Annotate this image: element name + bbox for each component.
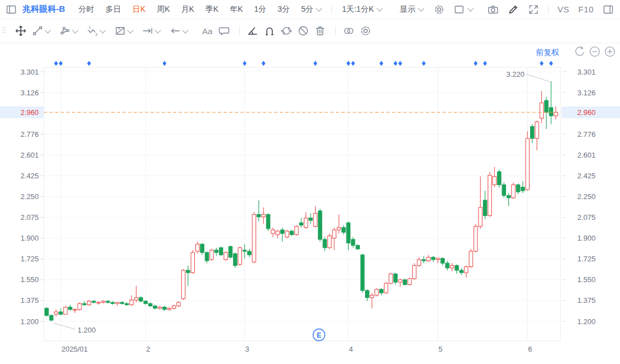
tab-5min[interactable]: 5分 — [301, 4, 321, 15]
panel-right-icon[interactable] — [603, 4, 614, 15]
trend-line-tool-icon[interactable] — [31, 25, 54, 37]
event-e-icon[interactable]: E — [313, 329, 325, 341]
event-diamond-icon[interactable] — [262, 61, 266, 66]
text-tool-icon[interactable]: Aa — [202, 26, 212, 36]
chart-pattern-tool-icon[interactable] — [114, 25, 137, 37]
move-tool-icon[interactable] — [15, 25, 27, 37]
measure-arrow-tool-icon[interactable] — [142, 25, 165, 37]
x-axis-label: 5 — [439, 345, 443, 353]
event-markers[interactable] — [54, 61, 553, 66]
adjustment-mode-label[interactable]: 前复权 — [536, 48, 559, 57]
fullscreen-icon[interactable] — [528, 4, 539, 15]
zoom-in-button[interactable] — [605, 47, 615, 57]
event-diamond-icon[interactable] — [394, 61, 398, 66]
event-diamond-icon[interactable] — [162, 61, 166, 66]
current-price-value: 2.960 — [20, 108, 39, 117]
event-diamond-icon[interactable] — [483, 61, 487, 66]
arrow-tool-icon[interactable] — [169, 25, 192, 37]
candle — [45, 308, 48, 316]
candle — [530, 127, 534, 139]
candle — [191, 252, 194, 273]
drag-handle-icon[interactable] — [2, 27, 6, 33]
tab-quarterly-k[interactable]: 季K — [206, 4, 218, 15]
tab-timeshare[interactable]: 分时 — [79, 4, 94, 15]
panel-left-icon[interactable] — [6, 4, 17, 15]
tab-multiday[interactable]: 多日 — [106, 4, 121, 15]
interval-selector[interactable]: 1天:1分K — [342, 4, 382, 15]
y-axis-label: 1.375 — [20, 296, 39, 305]
event-diamond-icon[interactable] — [347, 61, 350, 66]
event-diamond-icon[interactable] — [380, 61, 384, 66]
tab-weekly-k[interactable]: 周K — [157, 4, 170, 15]
y-axis-label: 1.725 — [577, 255, 596, 263]
x-axis-label: 2025/01 — [61, 345, 88, 353]
candle — [460, 270, 463, 273]
event-diamond-icon[interactable] — [59, 61, 63, 66]
tab-1min[interactable]: 1分 — [254, 4, 267, 15]
candle — [271, 230, 275, 233]
candle — [186, 270, 190, 273]
auto-continue-tool-icon[interactable] — [280, 25, 293, 37]
magnet-tool-icon[interactable] — [263, 25, 276, 37]
candle — [153, 306, 157, 308]
settings-icon[interactable] — [434, 4, 445, 15]
event-diamond-icon[interactable] — [313, 61, 317, 66]
shape-tool-icon[interactable] — [59, 25, 82, 37]
event-diamond-icon[interactable] — [422, 61, 426, 66]
display-menu[interactable]: 显示 — [400, 4, 423, 15]
zoom-out-button[interactable] — [590, 47, 600, 57]
event-diamond-icon[interactable] — [398, 61, 402, 66]
drawing-toolbar: 13 Aa — [0, 19, 620, 43]
candle — [347, 223, 350, 243]
camera-icon[interactable] — [487, 4, 499, 15]
stock-name[interactable]: 兆科眼科-B — [22, 4, 65, 15]
compare-overlay-icon[interactable] — [343, 25, 355, 37]
candle — [69, 307, 72, 310]
chevron-down-icon — [316, 5, 322, 11]
event-diamond-icon[interactable] — [243, 61, 247, 66]
candle — [167, 308, 171, 310]
layout-select-icon[interactable] — [454, 4, 473, 15]
f10-button[interactable]: F10 — [578, 4, 594, 14]
candle — [512, 185, 515, 197]
note-bubble-tool-icon[interactable] — [218, 25, 230, 37]
tab-monthly-k[interactable]: 月K — [181, 4, 194, 15]
event-diamond-icon[interactable] — [351, 61, 355, 66]
y-axis-label: 2.075 — [577, 213, 596, 222]
y-axis-label: 2.601 — [577, 151, 596, 159]
event-diamond-icon[interactable] — [87, 61, 91, 66]
wave-count-tool-icon[interactable]: 13 — [86, 25, 110, 37]
tab-daily-k[interactable]: 日K — [133, 4, 145, 15]
candle — [356, 245, 359, 248]
draw-settings-icon[interactable] — [359, 25, 372, 37]
y-axis-label: 2.425 — [20, 172, 39, 180]
delete-drawings-icon[interactable] — [314, 25, 326, 37]
top-toolbar: 兆科眼科-B 分时 多日 日K 周K 月K 季K 年K 1分 3分 5分 1天:… — [0, 0, 620, 19]
event-diamond-icon[interactable] — [549, 61, 553, 66]
candle — [436, 259, 440, 260]
tab-yearly-k[interactable]: 年K — [230, 4, 243, 15]
event-diamond-icon[interactable] — [540, 61, 544, 66]
candle — [384, 283, 388, 293]
candle — [464, 267, 468, 273]
pencil-icon[interactable] — [508, 4, 519, 15]
candle — [125, 303, 129, 305]
event-diamond-icon[interactable] — [54, 61, 58, 66]
candlestick-chart[interactable]: 3.3013.3013.1263.1262.7762.7762.6012.601… — [0, 0, 620, 364]
reset-zoom-button[interactable] — [576, 47, 583, 55]
candle — [478, 208, 482, 227]
candle — [545, 100, 548, 112]
tab-3min[interactable]: 3分 — [277, 4, 290, 15]
angle-tool-icon[interactable] — [247, 25, 259, 37]
chevron-down-icon — [376, 5, 382, 11]
candle — [130, 300, 133, 305]
y-axis-label: 2.075 — [20, 213, 39, 222]
y-axis-label: 3.126 — [20, 89, 39, 97]
y-axis-label: 2.776 — [577, 130, 596, 139]
vs-button[interactable]: VS — [558, 4, 569, 14]
event-diamond-icon[interactable] — [474, 61, 478, 66]
candle — [106, 301, 110, 302]
candle — [337, 228, 340, 230]
candle — [134, 298, 138, 300]
hide-drawings-icon[interactable] — [297, 25, 309, 37]
